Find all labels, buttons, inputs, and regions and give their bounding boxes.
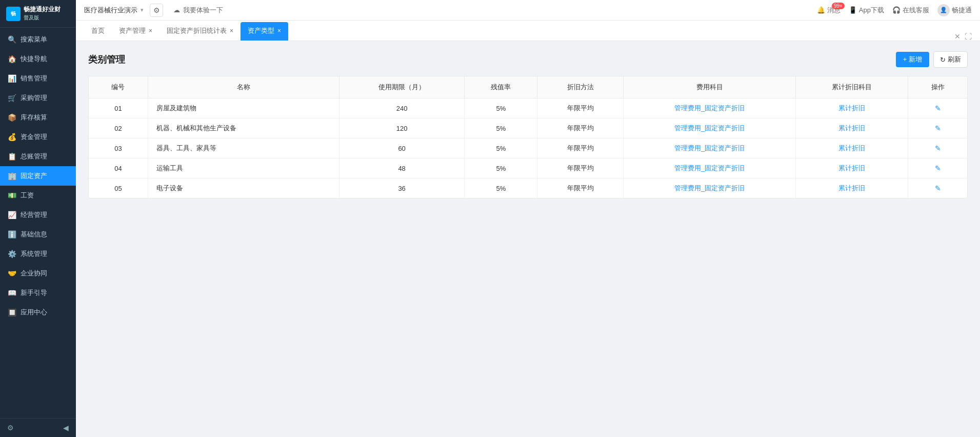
edit-icon[interactable]: ✎ (935, 164, 941, 172)
edit-action[interactable]: ✎ (908, 158, 967, 178)
user-profile[interactable]: 👤 畅捷通 (937, 4, 972, 16)
app-download-button[interactable]: 📱 App下载 (849, 6, 884, 15)
cell-5: 管理费用_固定资产折旧 (624, 138, 796, 158)
sidebar-item-search[interactable]: 🔍 搜索菜单 (0, 30, 76, 49)
app-center-icon: 🔲 (7, 308, 16, 317)
sidebar-item-label: 库存核算 (21, 113, 47, 122)
tab-close-icon[interactable]: × (277, 27, 281, 34)
sidebar-item-label: 销售管理 (21, 74, 47, 83)
table-column-header: 折旧方法 (537, 76, 624, 98)
sidebar-item-label: 基础信息 (21, 230, 47, 239)
tab-2[interactable]: 固定资产折旧统计表× (159, 22, 241, 41)
edit-action[interactable]: ✎ (908, 178, 967, 198)
edit-icon[interactable]: ✎ (935, 104, 941, 112)
tab-close-icon[interactable]: × (230, 27, 233, 34)
sidebar-item-salary[interactable]: 💵 工资 (0, 186, 76, 205)
sidebar-item-guide[interactable]: 📖 新手引导 (0, 283, 76, 303)
operation-icon: 📈 (7, 210, 16, 220)
tabs-bar: 首页资产管理×固定资产折旧统计表×资产类型× ✕ ⛶ (76, 21, 980, 41)
cell-2: 120 (339, 118, 465, 138)
notifications-button[interactable]: 🔔 消息 99+ (817, 6, 841, 15)
sidebar-item-label: 企业协同 (21, 269, 47, 278)
search-icon: 🔍 (7, 35, 16, 44)
collapse-icon[interactable]: ◀ (63, 424, 69, 432)
edit-icon[interactable]: ✎ (935, 124, 941, 132)
tab-1[interactable]: 资产管理× (112, 22, 159, 41)
edit-action[interactable]: ✎ (908, 118, 967, 138)
cell-0: 02 (89, 118, 148, 138)
settings-footer-icon[interactable]: ⚙ (7, 424, 14, 432)
sidebar-item-fixed-assets[interactable]: 🏢 固定资产 (0, 166, 76, 186)
sidebar-item-label: 固定资产 (21, 171, 47, 181)
experience-button[interactable]: ☁ 我要体验一下 (173, 6, 223, 15)
app-download-label: App下载 (859, 6, 884, 15)
headset-icon: 🎧 (892, 6, 901, 14)
cell-6: 累计折旧 (796, 178, 908, 198)
cell-2: 48 (339, 158, 465, 178)
tab-3[interactable]: 资产类型× (241, 22, 288, 41)
tab-close-icon[interactable]: × (149, 27, 152, 34)
refresh-label: 刷新 (948, 55, 961, 64)
cell-4: 年限平均 (537, 158, 624, 178)
sidebar-item-system[interactable]: ⚙️ 系统管理 (0, 244, 76, 264)
cell-6: 累计折旧 (796, 138, 908, 158)
system-icon: ⚙️ (7, 249, 16, 259)
tab-label: 首页 (91, 26, 105, 35)
bell-icon: 🔔 (817, 6, 825, 14)
edit-icon[interactable]: ✎ (935, 184, 941, 192)
sidebar-item-purchase[interactable]: 🛒 采购管理 (0, 88, 76, 108)
new-button[interactable]: + 新增 (896, 52, 929, 67)
online-service-button[interactable]: 🎧 在线客服 (892, 6, 929, 15)
cell-2: 240 (339, 98, 465, 118)
sidebar-item-app-center[interactable]: 🔲 应用中心 (0, 303, 76, 322)
table-row: 04运输工具485%年限平均管理费用_固定资产折旧累计折旧✎ (89, 158, 967, 178)
cell-4: 年限平均 (537, 138, 624, 158)
sidebar-item-capital[interactable]: 💰 资金管理 (0, 127, 76, 147)
edit-action[interactable]: ✎ (908, 138, 967, 158)
sidebar-item-quick-nav[interactable]: 🏠 快捷导航 (0, 49, 76, 69)
sidebar-item-sales[interactable]: 📊 销售管理 (0, 69, 76, 88)
cell-1: 器具、工具、家具等 (148, 138, 339, 158)
sidebar-item-basic-info[interactable]: ℹ️ 基础信息 (0, 225, 76, 244)
settings-button[interactable]: ⚙ (150, 4, 163, 17)
sidebar-item-label: 搜索菜单 (21, 35, 47, 44)
table-row: 02机器、机械和其他生产设备1205%年限平均管理费用_固定资产折旧累计折旧✎ (89, 118, 967, 138)
cell-1: 机器、机械和其他生产设备 (148, 118, 339, 138)
sidebar-item-cooperation[interactable]: 🤝 企业协同 (0, 264, 76, 283)
sidebar-item-label: 新手引导 (21, 288, 47, 297)
cell-0: 05 (89, 178, 148, 198)
app-name: 畅捷通好业财 (24, 6, 61, 14)
cell-4: 年限平均 (537, 98, 624, 118)
module-name: 医疗器械行业演示 (84, 6, 137, 15)
table-row: 03器具、工具、家具等605%年限平均管理费用_固定资产折旧累计折旧✎ (89, 138, 967, 158)
close-tab-icon[interactable]: ✕ (954, 32, 961, 41)
tabs-container: 首页资产管理×固定资产折旧统计表×资产类型× (84, 22, 954, 41)
capital-icon: 💰 (7, 132, 16, 142)
tabs-actions: ✕ ⛶ (954, 32, 972, 41)
table-row: 01房屋及建筑物2405%年限平均管理费用_固定资产折旧累计折旧✎ (89, 98, 967, 118)
edit-action[interactable]: ✎ (908, 98, 967, 118)
logo-icon: 畅 (6, 7, 21, 21)
table-column-header: 残值率 (465, 76, 537, 98)
page-title: 类别管理 (88, 53, 125, 66)
user-name: 畅捷通 (952, 6, 972, 15)
sidebar-item-ledger[interactable]: 📋 总账管理 (0, 147, 76, 166)
cell-6: 累计折旧 (796, 158, 908, 178)
sidebar-item-operation[interactable]: 📈 经营管理 (0, 205, 76, 225)
expand-icon[interactable]: ⛶ (965, 32, 972, 41)
topbar: 医疗器械行业演示 ▾ ⚙ ☁ 我要体验一下 🔔 消息 99+ 📱 App下载 🎧… (76, 0, 980, 21)
sidebar-item-inventory[interactable]: 📦 库存核算 (0, 108, 76, 127)
module-selector[interactable]: 医疗器械行业演示 ▾ (84, 6, 144, 15)
refresh-button[interactable]: ↻ 刷新 (933, 51, 968, 68)
cell-3: 5% (465, 118, 537, 138)
sidebar-item-label: 工资 (21, 191, 34, 200)
app-edition: 普及版 (24, 14, 61, 22)
sidebar-item-label: 经营管理 (21, 210, 47, 220)
table-column-header: 使用期限（月） (339, 76, 465, 98)
tab-0[interactable]: 首页 (84, 22, 112, 41)
cell-5: 管理费用_固定资产折旧 (624, 178, 796, 198)
cooperation-icon: 🤝 (7, 269, 16, 278)
cell-4: 年限平均 (537, 118, 624, 138)
edit-icon[interactable]: ✎ (935, 144, 941, 152)
table-column-header: 累计折旧科目 (796, 76, 908, 98)
